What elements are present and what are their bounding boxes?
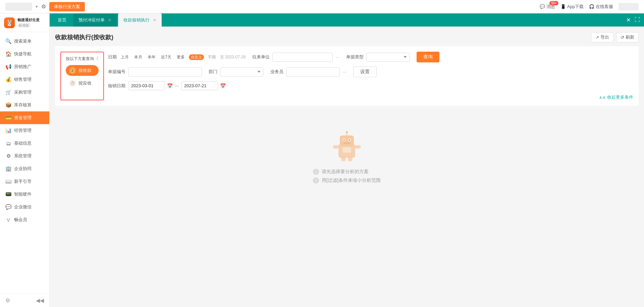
svg-rect-10 xyxy=(341,157,345,161)
tab-prepay[interactable]: 预付冲应付单 ✕ xyxy=(73,13,117,27)
sidebar-item-quicknav[interactable]: 🏠 快捷导航 xyxy=(0,48,49,60)
date-more[interactable]: 更多 xyxy=(175,54,186,61)
sidebar-footer: ⚙ ◀◀ xyxy=(0,294,49,307)
query-type-by-receipt[interactable]: 💰 按收款 xyxy=(66,65,99,76)
settings-icon[interactable]: ⚙ xyxy=(41,3,46,10)
svg-rect-11 xyxy=(348,157,352,161)
tab-home-label: 首页 xyxy=(58,17,66,23)
staff-input[interactable] xyxy=(286,67,340,76)
message-icon: 💬 xyxy=(540,4,545,9)
query-type-collapse-btn[interactable]: 《 xyxy=(94,56,99,62)
top-bar-left: ▾ ⚙ 体验行业方案 xyxy=(5,2,85,11)
date-this-year[interactable]: 本年 xyxy=(146,54,157,61)
sidebar-item-inventory[interactable]: 📦 库存核算 xyxy=(0,99,49,111)
sidebar-label-search: 搜索菜单 xyxy=(14,38,32,44)
date-custom-badge[interactable]: 自定义 xyxy=(189,54,204,60)
verify-date-label: 核销日期 xyxy=(108,83,125,89)
page-content: 收款核销执行(按收款) ↗ 导出 ↺ 刷新 按以下方 xyxy=(50,27,644,307)
verify-date-start-input[interactable] xyxy=(128,81,165,90)
sidebar-item-finance[interactable]: 💳 资金管理 xyxy=(0,111,49,124)
verify-date-end-input[interactable] xyxy=(181,81,218,90)
footer-collapse-icon[interactable]: ◀◀ xyxy=(36,297,44,304)
page-title: 收款核销执行(按收款) xyxy=(55,33,113,41)
tab-receipt[interactable]: 收款核销执行 ✕ xyxy=(118,13,162,27)
logo-text: 畅捷通好生意 xyxy=(17,17,40,22)
top-bar: ▾ ⚙ 体验行业方案 💬 消息 99+ 📱 App下载 🎧 在线客服 xyxy=(0,0,644,13)
partner-group: 往来单位 ··· xyxy=(252,53,339,62)
settings-btn[interactable]: 设置 xyxy=(353,66,377,77)
content-area: 首页 预付冲应付单 ✕ 收款核销执行 ✕ ✕ ⛶ 收款核销执行(按收款) xyxy=(50,13,644,307)
dept-group: 部门 xyxy=(209,67,264,76)
sidebar-label-system: 系统管理 xyxy=(14,153,32,159)
industry-btn[interactable]: 体验行业方案 xyxy=(49,2,85,11)
sidebar-item-search[interactable]: 🔍 搜索菜单 xyxy=(0,35,49,48)
guide-icon: 📖 xyxy=(5,178,11,185)
sidebar-item-wechat[interactable]: 💬 企业微信 xyxy=(0,201,49,213)
tabs-bar: 首页 预付冲应付单 ✕ 收款核销执行 ✕ ✕ ⛶ xyxy=(50,13,644,27)
sidebar-item-system[interactable]: ⚙ 系统管理 xyxy=(0,150,49,162)
tab-close-btn[interactable]: ✕ xyxy=(625,15,632,24)
tab-prepay-close[interactable]: ✕ xyxy=(108,18,111,22)
empty-hints: 1 请先选择要分析的方案 2 用[过滤]条件来缩小分析范围 xyxy=(313,169,381,184)
query-btn[interactable]: 查询 xyxy=(417,52,439,62)
sidebar-item-guide[interactable]: 📖 新手引导 xyxy=(0,175,49,188)
sidebar-item-basic[interactable]: 🗂 基础信息 xyxy=(0,137,49,150)
tab-home[interactable]: 首页 xyxy=(52,13,72,27)
sidebar-label-purchase: 采购管理 xyxy=(14,89,32,95)
verify-date-start-cal[interactable]: 📅 xyxy=(167,83,173,89)
date-no-limit-label: 不限 xyxy=(208,54,216,60)
refresh-icon: ↺ xyxy=(621,35,624,40)
tabs-bar-actions: ✕ ⛶ xyxy=(625,15,641,24)
date-last-month[interactable]: 上月 xyxy=(119,54,130,61)
sidebar-item-enterprise[interactable]: 🏢 企业协同 xyxy=(0,162,49,175)
user-avatar[interactable] xyxy=(619,3,639,10)
staff-label: 业务员 xyxy=(270,69,283,75)
basic-icon: 🗂 xyxy=(5,141,11,146)
tab-receipt-close[interactable]: ✕ xyxy=(153,18,156,22)
staff-group: 业务员 ··· xyxy=(270,67,346,76)
more-conditions[interactable]: ∧∧ 收起更多条件 xyxy=(108,94,633,100)
verify-date-group: 核销日期 📅 — 📅 xyxy=(108,81,226,90)
tab-expand-btn[interactable]: ⛶ xyxy=(633,15,641,24)
partner-input[interactable] xyxy=(272,53,333,62)
query-type-by-receivable[interactable]: ⏱ 按应收 xyxy=(66,78,99,89)
date-this-month[interactable]: 本月 xyxy=(133,54,144,61)
inventory-icon: 📦 xyxy=(5,102,11,108)
more-conditions-label: 收起更多条件 xyxy=(607,94,633,100)
export-btn[interactable]: ↗ 导出 xyxy=(591,32,613,42)
partner-dots[interactable]: ··· xyxy=(335,54,339,60)
sidebar-item-member[interactable]: V 畅会员 xyxy=(0,213,49,226)
search-icon: 🔍 xyxy=(5,38,11,44)
receipt-icon: 💰 xyxy=(69,67,76,74)
online-service-btn[interactable]: 🎧 在线客服 xyxy=(589,4,613,10)
tab-prepay-label: 预付冲应付单 xyxy=(78,17,105,23)
doc-type-select[interactable] xyxy=(366,53,410,62)
messages-badge: 99+ xyxy=(549,1,558,5)
service-icon: 🎧 xyxy=(589,4,594,9)
sidebar-item-purchase[interactable]: 🛒 采购管理 xyxy=(0,86,49,99)
messages-btn[interactable]: 💬 消息 99+ xyxy=(540,4,555,10)
refresh-btn[interactable]: ↺ 刷新 xyxy=(616,32,639,42)
hardware-icon: 📟 xyxy=(5,191,11,197)
main-layout: 🐰 畅捷通好生意 标准版 🔍 搜索菜单 🏠 快捷导航 📢 营销推广 💰 销售管理 xyxy=(0,13,644,307)
sidebar-item-sales[interactable]: 💰 销售管理 xyxy=(0,73,49,86)
sidebar-item-operations[interactable]: 📊 经营管理 xyxy=(0,124,49,137)
verify-date-end-cal[interactable]: 📅 xyxy=(220,83,226,89)
sidebar-label-operations: 经营管理 xyxy=(14,127,32,134)
date-sep: — xyxy=(175,83,179,88)
footer-settings-icon[interactable]: ⚙ xyxy=(5,297,10,304)
empty-hint-1: 1 请先选择要分析的方案 xyxy=(313,169,381,175)
page-header: 收款核销执行(按收款) ↗ 导出 ↺ 刷新 xyxy=(55,32,639,42)
sidebar-item-hardware[interactable]: 📟 智能硬件 xyxy=(0,188,49,201)
dept-select[interactable] xyxy=(220,67,264,76)
app-download-btn[interactable]: 📱 App下载 xyxy=(560,4,584,10)
date-7days[interactable]: 近7天 xyxy=(160,54,173,61)
home-icon: 🏠 xyxy=(5,51,11,57)
filter-row-1: 日期 上月 本月 本年 近7天 更多 自定义 不限 至 2023-07-26 xyxy=(108,52,633,62)
member-icon: V xyxy=(5,217,11,223)
dropdown-icon[interactable]: ▾ xyxy=(36,4,38,9)
purchase-icon: 🛒 xyxy=(5,89,11,95)
doc-no-input[interactable] xyxy=(128,67,202,76)
staff-dots[interactable]: ··· xyxy=(342,69,346,74)
sidebar-item-marketing[interactable]: 📢 营销推广 xyxy=(0,60,49,73)
